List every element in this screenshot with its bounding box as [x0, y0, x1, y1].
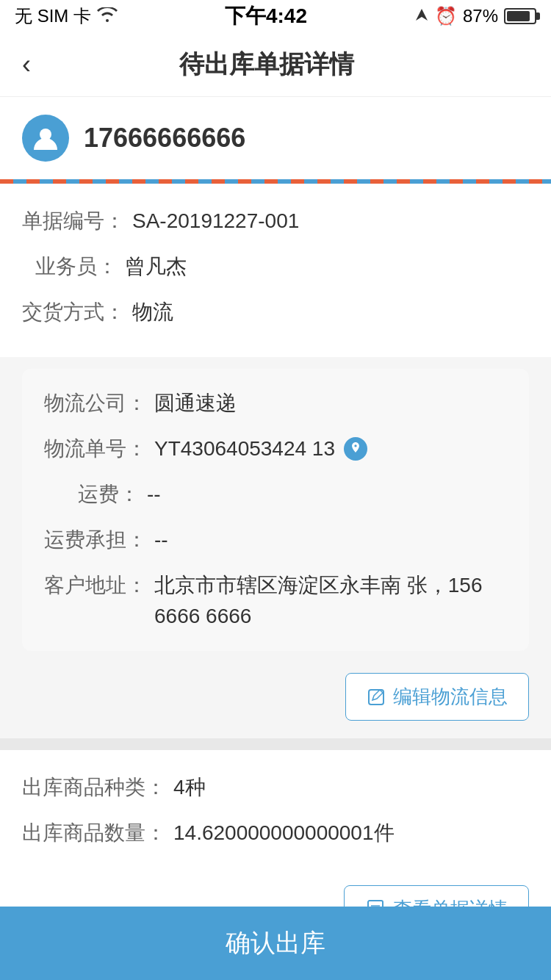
- order-info-section: 单据编号： SA-20191227-001 业务员： 曾凡杰 交货方式： 物流: [0, 184, 551, 357]
- edit-logistics-button[interactable]: 编辑物流信息: [345, 673, 529, 721]
- battery-percent: 87%: [463, 6, 498, 26]
- goods-types-value: 4种: [173, 772, 529, 803]
- goods-section: 出库商品种类： 4种 出库商品数量： 14.620000000000001件: [0, 750, 551, 878]
- alarm-icon: ⏰: [435, 6, 457, 26]
- delivery-label: 交货方式：: [22, 297, 132, 328]
- order-no-label: 单据编号：: [22, 206, 132, 237]
- edit-icon: [367, 688, 386, 707]
- customer-header: 17666666666: [0, 97, 551, 179]
- back-button[interactable]: ‹: [22, 49, 31, 80]
- location-icon[interactable]: [344, 437, 367, 461]
- order-no-row: 单据编号： SA-20191227-001: [22, 206, 529, 237]
- status-left: 无 SIM 卡: [15, 4, 118, 28]
- nav-bar: ‹ 待出库单据详情: [0, 32, 551, 97]
- goods-quantity-row: 出库商品数量： 14.620000000000001件: [22, 818, 529, 849]
- battery-icon: [504, 8, 536, 24]
- logistics-company-value: 圆通速递: [154, 388, 507, 419]
- confirm-bar[interactable]: 确认出库: [0, 907, 551, 980]
- freight-bear-label: 运费承担：: [44, 525, 154, 555]
- delivery-row: 交货方式： 物流: [22, 297, 529, 328]
- salesman-value: 曾凡杰: [125, 251, 529, 282]
- goods-types-row: 出库商品种类： 4种: [22, 772, 529, 803]
- customer-phone: 17666666666: [84, 123, 245, 154]
- section-divider: [0, 738, 551, 750]
- page-title: 待出库单据详情: [46, 48, 488, 82]
- freight-bear-row: 运费承担： --: [44, 525, 507, 555]
- logistics-card: 物流公司： 圆通速递 物流单号： YT43064053424 13 运费： --…: [22, 369, 529, 651]
- gps-icon: [414, 6, 429, 26]
- freight-bear-value: --: [154, 525, 507, 555]
- goods-types-label: 出库商品种类：: [22, 772, 173, 803]
- salesman-row: 业务员： 曾凡杰: [22, 251, 529, 282]
- confirm-button-label: 确认出库: [226, 926, 325, 960]
- wifi-icon: [97, 6, 118, 26]
- salesman-label: 业务员：: [22, 251, 125, 282]
- logistics-company-label: 物流公司：: [44, 388, 154, 419]
- delivery-value: 物流: [132, 297, 529, 328]
- status-right: ⏰ 87%: [414, 6, 536, 26]
- freight-label: 运费：: [44, 479, 147, 510]
- goods-quantity-value: 14.620000000000001件: [173, 818, 529, 849]
- order-no-value: SA-20191227-001: [132, 206, 529, 237]
- avatar: [22, 115, 69, 162]
- goods-quantity-label: 出库商品数量：: [22, 818, 173, 849]
- carrier-label: 无 SIM 卡: [15, 4, 91, 28]
- freight-row: 运费： --: [44, 479, 507, 510]
- status-bar: 无 SIM 卡 下午4:42 ⏰ 87%: [0, 0, 551, 32]
- address-label: 客户地址：: [44, 570, 154, 601]
- logistics-tracking-row: 物流单号： YT43064053424 13: [44, 433, 507, 464]
- logistics-company-row: 物流公司： 圆通速递: [44, 388, 507, 419]
- freight-value: --: [147, 479, 507, 510]
- address-row: 客户地址： 北京市市辖区海淀区永丰南 张，156 6666 6666: [44, 570, 507, 632]
- address-value: 北京市市辖区海淀区永丰南 张，156 6666 6666: [154, 570, 507, 632]
- status-time: 下午4:42: [225, 2, 307, 30]
- logistics-tracking-value: YT43064053424 13: [154, 433, 507, 464]
- edit-btn-row: 编辑物流信息: [0, 666, 551, 738]
- logistics-tracking-label: 物流单号：: [44, 433, 154, 464]
